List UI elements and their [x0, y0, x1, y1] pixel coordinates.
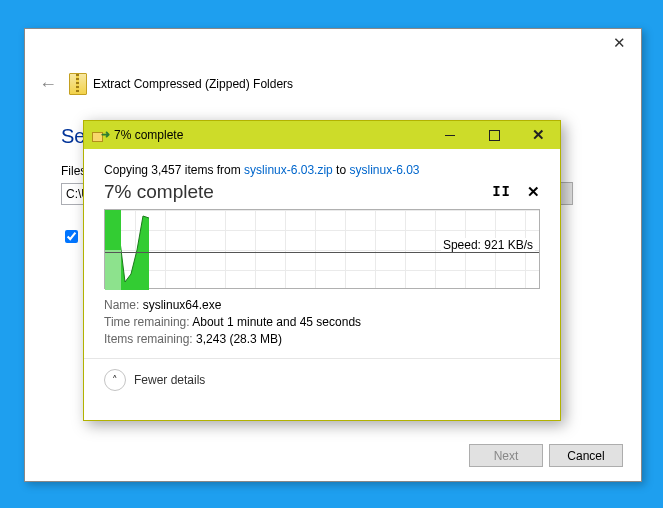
cancel-icon[interactable]: ✕	[527, 183, 540, 201]
copy-titlebar-text: 7% complete	[114, 128, 183, 142]
svg-rect-1	[105, 210, 121, 250]
back-icon[interactable]: ←	[39, 75, 59, 95]
close-icon[interactable]: ✕	[516, 121, 560, 149]
cancel-button[interactable]: Cancel	[549, 444, 623, 467]
fewer-details-label: Fewer details	[134, 373, 205, 387]
zip-folder-icon	[69, 73, 87, 95]
wizard-titlebar: ✕	[25, 29, 641, 77]
copy-progress-dialog: ➜ 7% complete ✕ Copying 3,457 items from…	[83, 120, 561, 421]
wizard-footer: Next Cancel	[469, 444, 623, 467]
speed-graph-fill	[105, 210, 153, 290]
copy-body: Copying 3,457 items from syslinux-6.03.z…	[84, 149, 560, 401]
chevron-up-icon: ˄	[104, 369, 126, 391]
window-controls: ✕	[428, 121, 560, 149]
show-extracted-checkbox[interactable]	[65, 230, 78, 243]
copy-summary-line: Copying 3,457 items from syslinux-6.03.z…	[104, 163, 540, 177]
detail-time-remaining: Time remaining: About 1 minute and 45 se…	[104, 314, 540, 331]
speed-graph: Speed: 921 KB/s	[104, 209, 540, 289]
maximize-icon[interactable]	[472, 121, 516, 149]
source-link[interactable]: syslinux-6.03.zip	[244, 163, 333, 177]
copy-transfer-icon: ➜	[92, 128, 108, 142]
detail-name: Name: syslinux64.exe	[104, 297, 540, 314]
copy-titlebar: ➜ 7% complete ✕	[84, 121, 560, 149]
progress-controls: II ✕	[492, 183, 540, 201]
copy-details: Name: syslinux64.exe Time remaining: Abo…	[104, 297, 540, 348]
destination-link[interactable]: syslinux-6.03	[349, 163, 419, 177]
wizard-header: Extract Compressed (Zipped) Folders	[69, 73, 293, 95]
speed-reference-line	[105, 252, 539, 253]
close-icon[interactable]: ✕	[597, 29, 641, 59]
progress-row: 7% complete II ✕	[104, 181, 540, 203]
fewer-details-button[interactable]: ˄ Fewer details	[104, 369, 540, 391]
wizard-title: Extract Compressed (Zipped) Folders	[93, 77, 293, 91]
pause-icon[interactable]: II	[492, 183, 511, 201]
detail-items-remaining: Items remaining: 3,243 (28.3 MB)	[104, 331, 540, 348]
speed-label: Speed: 921 KB/s	[441, 238, 535, 252]
next-button[interactable]: Next	[469, 444, 543, 467]
separator	[84, 358, 560, 359]
minimize-icon[interactable]	[428, 121, 472, 149]
progress-percent: 7% complete	[104, 181, 214, 203]
